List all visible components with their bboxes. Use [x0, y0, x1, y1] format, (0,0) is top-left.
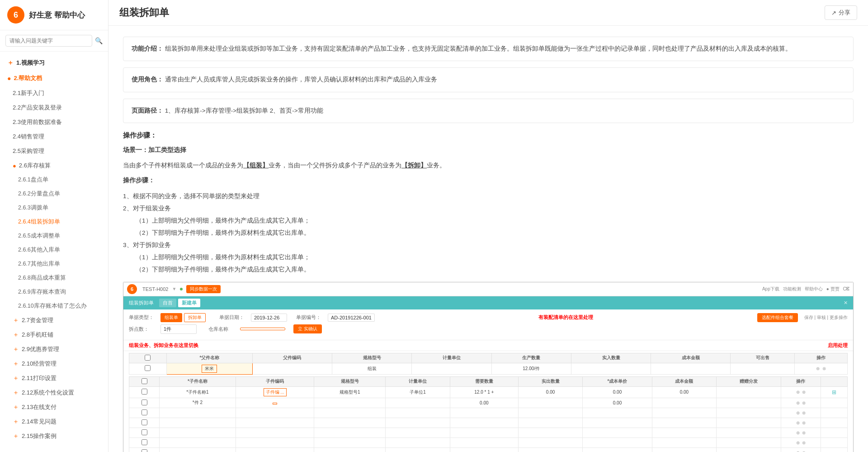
share-button[interactable]: ↗ 分享	[825, 5, 857, 20]
search-input[interactable]	[5, 35, 92, 47]
sidebar-item-print[interactable]: ＋ 2.11打印设置	[0, 371, 108, 385]
delete-icon2[interactable]: ⊗	[802, 390, 806, 395]
app-screenshot: 6 TEST-H002 ▼ 同步数据一次 App下载 功能检测 帮助中心 ● 贾…	[123, 282, 854, 452]
sidebar-item-data[interactable]: 2.3使用前数据准备	[0, 115, 108, 129]
select-all-upper[interactable]	[145, 355, 151, 361]
scene1-desc: 当由多个子件材料组装成一个成品的业务为【组装】业务，当由一个父件拆分成多个子产品…	[123, 160, 854, 171]
row-cb4[interactable]	[142, 409, 147, 415]
copy-icon[interactable]: ⊕	[816, 366, 820, 371]
sidebar-item-inv268[interactable]: 2.6.8商品成本重算	[0, 271, 108, 285]
sidebar-item-sales[interactable]: 2.4销售管理	[0, 129, 108, 144]
delete-icon5[interactable]: ⊗	[802, 420, 806, 425]
tab-new[interactable]: 新建单	[178, 299, 200, 307]
sidebar-item-inv262[interactable]: 2.6.2分量盘点单	[0, 187, 108, 201]
intro-block: 功能介绍： 组装拆卸单用来处理企业组装或拆卸等加工业务，支持有固定装配清单的产品…	[123, 37, 854, 61]
delete-icon6[interactable]: ⊗	[802, 430, 806, 435]
expand-row-icon[interactable]: ⊞	[832, 389, 836, 395]
row-checkbox[interactable]	[145, 365, 151, 371]
select-all-lower[interactable]	[142, 378, 147, 384]
copy-icon4[interactable]: ⊕	[796, 410, 800, 415]
sidebar-item-newbie[interactable]: 2.1新手入门	[0, 86, 108, 100]
sidebar-item-video[interactable]: ＋ 1.视频学习	[0, 55, 108, 71]
expand-icon: ＋	[7, 59, 14, 67]
copy-icon7[interactable]: ⊕	[796, 440, 800, 445]
cost-amt-cell	[651, 363, 731, 374]
sidebar-item-inv264[interactable]: 2.6.4组装拆卸单	[0, 215, 108, 229]
sidebar-item-finance[interactable]: ＋ 2.7资金管理	[0, 313, 108, 328]
sidebar-item-ops[interactable]: ＋ 2.10经营管理	[0, 357, 108, 371]
lower-table-row-7: ⊕ ⊗	[129, 447, 848, 452]
warehouse-input[interactable]	[240, 328, 285, 330]
th-produce-qty: 生产数量	[491, 353, 571, 363]
content-area: 功能介绍： 组装拆卸单用来处理企业组装或拆卸等加工业务，支持有固定装配清单的产品…	[108, 26, 868, 452]
scene1-heading: 场景一：加工类型选择	[123, 147, 186, 153]
row-cb8[interactable]	[142, 449, 147, 452]
delete-icon4[interactable]: ⊗	[802, 410, 806, 415]
sidebar-item-inv269[interactable]: 2.6.9库存账本查询	[0, 285, 108, 299]
count-value: 1件	[160, 324, 197, 334]
sidebar-item-docs[interactable]: ● 2.帮助文档	[0, 71, 108, 86]
sidebar-item-inv265[interactable]: 2.6.5成本调整单	[0, 229, 108, 243]
sidebar-item-cases[interactable]: ＋ 2.15操作案例	[0, 429, 108, 443]
confirm-button[interactable]: 立 实确认	[293, 324, 322, 333]
row-cb5[interactable]	[142, 419, 147, 425]
expand-icon: ＋	[13, 418, 19, 426]
window-title-label: 组装拆卸单	[129, 300, 154, 306]
expand-icon: ＋	[13, 374, 19, 382]
app-logo: 6	[127, 284, 137, 294]
expand-icon: ＋	[13, 360, 19, 368]
date-value: 2019-12-26	[251, 314, 287, 322]
steps-list: 1、根据不同的业务，选择不同单据的类型来处理 2、对于组装业务 （1）上部明细为…	[123, 190, 854, 276]
actual-in-cell	[571, 363, 651, 374]
sidebar-item-inv261[interactable]: 2.6.1盘点单	[0, 173, 108, 187]
sidebar-item-system[interactable]: ＋ 2.12系统个性化设置	[0, 385, 108, 400]
nav-label: 2.6.4组装拆卸单	[18, 218, 60, 226]
sidebar-item-purchase[interactable]: 2.5采购管理	[0, 144, 108, 158]
type-btn-disassemble[interactable]: 拆卸单	[184, 313, 206, 322]
role-text: 使用角色： 通常由生产人员或库管人员完成拆装业务的操作，库管人员确认原材料的出库…	[132, 74, 845, 85]
child-name-1: *子件名称1	[160, 386, 236, 398]
row-cb7[interactable]	[142, 439, 147, 445]
annotation3-text: 启用处理	[828, 342, 848, 349]
copy-icon3[interactable]: ⊕	[796, 400, 800, 405]
lower-table-row-1: *子件名称1 子件编 ... 规格型号1 子单位1 12.0 * 1 + 0.0…	[129, 386, 848, 398]
copy-icon8[interactable]: ⊕	[796, 450, 800, 452]
app-link4: ● 贾贾	[826, 286, 840, 292]
row-cb3[interactable]	[142, 400, 147, 405]
sidebar-item-inventory[interactable]: ● 2.6库存核算	[0, 158, 108, 173]
upper-table-area: *父件名称 父件编码 规格型号 计量单位 生产数量 实入数量 成本金额 可出售 …	[123, 351, 853, 376]
app-action-btn[interactable]: 同步数据一次	[186, 285, 221, 293]
nav-label: 2.10经营管理	[22, 360, 57, 368]
nav-label: 2.6.3调拨单	[18, 204, 48, 212]
sidebar-item-inv266[interactable]: 2.6.6其他入库单	[0, 243, 108, 257]
window-close-icon[interactable]: ✕	[844, 300, 848, 306]
close-icon[interactable]: ✕	[845, 285, 850, 292]
sidebar-item-inv263[interactable]: 2.6.3调拨单	[0, 201, 108, 215]
sidebar-item-coupon[interactable]: ＋ 2.9优惠券管理	[0, 342, 108, 357]
delete-icon8[interactable]: ⊗	[802, 450, 806, 452]
sidebar-item-online[interactable]: ＋ 2.13在线支付	[0, 400, 108, 414]
row-cb2[interactable]	[142, 389, 147, 395]
sidebar-item-faq[interactable]: ＋ 2.14常见问题	[0, 414, 108, 429]
gift-1	[717, 386, 781, 398]
type-btn-assemble[interactable]: 组装单	[160, 313, 182, 322]
share-icon: ↗	[831, 10, 836, 16]
copy-icon5[interactable]: ⊕	[796, 420, 800, 425]
step-1: 1、根据不同的业务，选择不同单据的类型来处理	[123, 190, 854, 202]
sidebar-item-mobile[interactable]: ＋ 2.8手机旺铺	[0, 328, 108, 342]
app-link1: App下载	[762, 286, 779, 292]
nav-minus-icon: ●	[13, 162, 16, 169]
delete-icon7[interactable]: ⊗	[802, 440, 806, 445]
sidebar-item-inv2610[interactable]: 2.6.10库存账本错了怎么办	[0, 299, 108, 313]
sidebar-item-install[interactable]: 2.2产品安装及登录	[0, 100, 108, 115]
delete-icon3[interactable]: ⊗	[802, 400, 806, 405]
copy-icon6[interactable]: ⊕	[796, 430, 800, 435]
row-cb6[interactable]	[142, 429, 147, 435]
delete-icon[interactable]: ⊗	[822, 366, 826, 371]
tab-self[interactable]: 自首	[159, 299, 176, 307]
search-button[interactable]: 🔍	[95, 37, 103, 44]
sidebar-item-inv267[interactable]: 2.6.7其他出库单	[0, 257, 108, 271]
step-3: 3、对于拆卸业务 （1）上部明细为父件明细，最终作为原材料生成其它出库单； （2…	[123, 239, 854, 276]
copy-icon2[interactable]: ⊕	[796, 390, 800, 395]
select-bom-button[interactable]: 选配件组合套餐	[757, 313, 798, 322]
